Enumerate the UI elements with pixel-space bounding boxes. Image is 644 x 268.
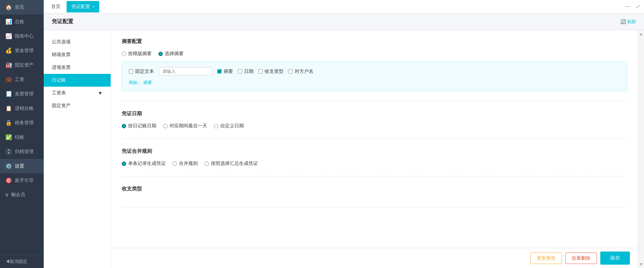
assets-icon: 🏭 — [5, 62, 12, 68]
merge-rules-radio-group: 单条记录生成凭证 合并规则 按照选择汇总生成凭证 — [122, 161, 627, 167]
merge-radio-summary[interactable]: 按照选择汇总生成凭证 — [204, 161, 258, 167]
sidebar-item-purchase-sales[interactable]: 📋 进销台账 — [0, 101, 44, 116]
nav-item-purchase-invoice[interactable]: 进项发票 — [44, 61, 111, 74]
nav-item-journal[interactable]: 日记账 — [44, 74, 111, 87]
tab-voucher-config[interactable]: 凭证配置 × — [67, 1, 99, 12]
nav-item-sales-invoice[interactable]: 销项发票 — [44, 48, 111, 61]
sidebar-item-guide[interactable]: 🎯 新手引导 — [0, 173, 44, 188]
right-scrollbar: ▲ ▼ — [638, 30, 644, 268]
sidebar-item-membership[interactable]: V 畅会员 — [0, 188, 44, 202]
summary-radio-select-label: 选择摘要 — [165, 51, 184, 57]
nav-label-fixed-assets-nav: 固定资产 — [52, 103, 71, 109]
date-radio-journal-label: 按日记账日期 — [128, 123, 156, 129]
update-preview-button[interactable]: 更新预览 — [530, 253, 562, 264]
summary-radio-select[interactable]: 选择摘要 — [158, 51, 184, 57]
fixed-text-input[interactable] — [159, 67, 213, 76]
nav-label-sales-invoice: 销项发票 — [52, 52, 71, 58]
save-button[interactable]: 保存 — [600, 252, 630, 265]
nav-item-common-options[interactable]: 公共选项 — [44, 36, 111, 48]
sidebar-label-report-center: 报表中心 — [15, 33, 34, 39]
checkbox-counterparty-label: 对方户名 — [295, 69, 313, 75]
checkbox-counterparty-input[interactable] — [288, 69, 293, 74]
purchase-icon: 📋 — [5, 105, 12, 111]
chevron-down-icon: ▼ — [98, 90, 103, 96]
checkbox-income-type[interactable]: 收支类型 — [258, 69, 283, 75]
sidebar-item-fund-management[interactable]: 💰 资金管理 — [0, 43, 44, 58]
tab-close-icon[interactable]: × — [92, 4, 94, 9]
date-radio-custom-input[interactable] — [214, 124, 218, 128]
window-minimize-icon[interactable]: — — [623, 3, 632, 10]
tab-controls: — ⤢ — [623, 3, 641, 10]
window-maximize-icon[interactable]: ⤢ — [634, 3, 641, 10]
example-prefix: 例如： — [129, 80, 142, 85]
sidebar-label-guide: 新手引导 — [15, 178, 34, 184]
scroll-up-arrow[interactable]: ▲ — [638, 30, 644, 38]
tab-home[interactable]: 首页 — [46, 1, 65, 12]
archive-icon: 🗄️ — [5, 148, 12, 155]
date-radio-custom[interactable]: 自定义日期 — [214, 123, 244, 129]
nav-item-payroll-sheet[interactable]: 工资表 ▼ — [44, 87, 111, 99]
merge-rules-section: 凭证合并规则 单条记录生成凭证 合并规则 按照选择汇总生成凭证 — [122, 148, 627, 176]
batch-delete-button[interactable]: 批量删除 — [565, 253, 597, 264]
checkbox-summary-input[interactable] — [217, 69, 222, 74]
sidebar-bottom-label: ◀取消固定 — [5, 259, 27, 265]
summary-radio-template-input[interactable] — [122, 52, 126, 56]
sidebar-label-home: 首页 — [15, 4, 24, 10]
summary-radio-template[interactable]: 按模版摘要 — [122, 51, 152, 57]
merge-radio-rules-input[interactable] — [173, 162, 177, 166]
sidebar-item-invoice[interactable]: 🧾 发票管理 — [0, 87, 44, 101]
sidebar-item-tax[interactable]: 🔒 税务管理 — [0, 116, 44, 130]
summary-radio-select-input[interactable] — [158, 52, 163, 56]
nav-label-common-options: 公共选项 — [52, 39, 71, 45]
sidebar-item-fixed-assets[interactable]: 🏭 固定资产 — [0, 58, 44, 72]
page-header: 凭证配置 🔄 刷新 — [44, 13, 644, 30]
scroll-down-arrow[interactable]: ▼ — [638, 261, 644, 268]
right-content: 摘要配置 按模版摘要 选择摘要 — [111, 30, 638, 248]
checkbox-fixed-text[interactable]: 固定文本 — [129, 69, 154, 75]
merge-radio-rules[interactable]: 合并规则 — [173, 161, 198, 167]
merge-radio-single[interactable]: 单条记录生成凭证 — [122, 161, 166, 167]
sidebar-item-settings[interactable]: ⚙️ 设置 — [0, 159, 44, 173]
sidebar-label-membership: 畅会员 — [11, 192, 25, 198]
date-radio-journal-input[interactable] — [122, 124, 126, 128]
sidebar-label-settings: 设置 — [15, 163, 24, 169]
fund-icon: 💰 — [5, 47, 12, 54]
sidebar-unpin-button[interactable]: ◀取消固定 — [0, 255, 44, 268]
merge-radio-summary-input[interactable] — [204, 162, 209, 166]
merge-radio-summary-label: 按照选择汇总生成凭证 — [211, 161, 258, 167]
summary-config-box: 固定文本 摘要 日期 — [122, 61, 627, 91]
date-radio-journal[interactable]: 按日记账日期 — [122, 123, 156, 129]
checkbox-summary[interactable]: 摘要 — [217, 69, 233, 75]
sidebar-label-fund-management: 资金管理 — [15, 48, 34, 54]
tab-active-label: 凭证配置 — [71, 4, 90, 10]
sidebar-item-checkout[interactable]: ✅ 结账 — [0, 130, 44, 144]
refresh-button[interactable]: 🔄 刷新 — [620, 19, 636, 25]
report-icon: 📈 — [5, 33, 12, 39]
checkbox-counterparty[interactable]: 对方户名 — [288, 69, 313, 75]
checkbox-income-type-input[interactable] — [258, 69, 263, 74]
checkbox-income-type-label: 收支类型 — [265, 69, 283, 75]
checkbox-date-input[interactable] — [238, 69, 242, 74]
nav-label-journal: 日记账 — [52, 77, 66, 83]
sidebar-label-checkout: 结账 — [15, 134, 24, 140]
bottom-toolbar: 更新预览 批量删除 保存 — [111, 248, 638, 268]
sidebar-label-fixed-assets: 固定资产 — [15, 62, 34, 68]
merge-radio-single-input[interactable] — [122, 162, 126, 166]
sidebar-label-archive: 归档管理 — [15, 149, 34, 155]
sidebar-item-archive[interactable]: 🗄️ 归档管理 — [0, 144, 44, 159]
payroll-icon: 💼 — [5, 76, 12, 83]
sidebar-item-payroll[interactable]: 💼 工资 — [0, 72, 44, 87]
sidebar-item-general-ledger[interactable]: 📊 总账 — [0, 14, 44, 29]
voucher-date-title: 凭证日期 — [122, 110, 627, 117]
date-radio-period-last-input[interactable] — [163, 124, 167, 128]
nav-item-fixed-assets-nav[interactable]: 固定资产 — [44, 99, 111, 112]
checkbox-date-label: 日期 — [244, 69, 254, 75]
refresh-label: 刷新 — [627, 19, 636, 25]
checkbox-date[interactable]: 日期 — [238, 69, 254, 75]
sidebar-item-home[interactable]: 🏠 首页 — [0, 0, 44, 14]
checkbox-fixed-text-input[interactable] — [129, 69, 133, 74]
sidebar-item-report-center[interactable]: 📈 报表中心 — [0, 29, 44, 43]
summary-config-section: 摘要配置 按模版摘要 选择摘要 — [122, 38, 627, 101]
date-radio-period-last[interactable]: 对应期间最后一天 — [163, 123, 207, 129]
right-panel: 摘要配置 按模版摘要 选择摘要 — [111, 30, 638, 268]
